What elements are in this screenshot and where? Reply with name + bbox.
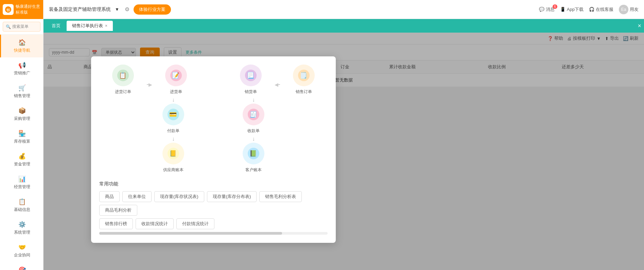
system-icon: ⚙️ (18, 221, 26, 228)
flow-item-purchase-bill[interactable]: 📝 进货单 (152, 65, 200, 95)
tab-close-btn[interactable]: × (105, 23, 107, 28)
topbar: 装备及固定资产辅助管理系统 ▼ ⚙ 体验行业方案 💬 消息 6 📱 App下载 … (43, 0, 644, 19)
flow-item-sales-order[interactable]: 🗒️ 销售订单 (280, 65, 328, 95)
system-title-dropdown[interactable]: ▼ (115, 7, 119, 12)
sidebar-item-quick-nav[interactable]: 🏠 快捷导航 (0, 35, 43, 57)
search-menu-label: 搜索菜单 (12, 24, 29, 30)
flow-row-3: 📒 供应商账本 📗 客户账本 (99, 143, 328, 173)
svg-text:📋: 📋 (119, 72, 127, 79)
app-download-btn[interactable]: 📱 App下载 (560, 6, 584, 13)
flow-modal: 📋 进货订单 ▶ (91, 56, 336, 243)
customer-ledger-icon: 📗 (243, 143, 264, 164)
sidebar-item-marketing[interactable]: 📢 营销推广 (0, 57, 43, 80)
sidebar-search-area: 🔍 搜索菜单 (0, 19, 43, 35)
func-btn-sales-rank[interactable]: 销售排行榜 (99, 218, 133, 229)
sidebar-item-cooperation[interactable]: 🤝 企业协同 (0, 239, 43, 262)
receipt-label: 收款单 (247, 128, 260, 134)
func-btn-receipt-stats[interactable]: 收款情况统计 (136, 218, 174, 229)
arrow-po-pb: ▶ (147, 82, 152, 95)
cooperation-icon: 🤝 (18, 244, 26, 251)
sidebar-item-basic-info[interactable]: 📋 基础信息 (0, 194, 43, 217)
payment-label: 付款单 (167, 128, 179, 134)
svg-text:🗒️: 🗒️ (300, 72, 308, 79)
purchase-order-label: 进货订单 (115, 89, 131, 95)
arrow-so-sb: ◀ (275, 82, 280, 95)
purchase-order-icon: 📋 (112, 65, 134, 86)
flow-item-sales-bill[interactable]: 📃 销货单 (227, 65, 275, 95)
inventory-icon: 🏪 (18, 130, 26, 137)
settings-icon[interactable]: ⚙ (125, 6, 129, 13)
sidebar-item-operation[interactable]: 📊 经营管理 (0, 171, 43, 194)
tabbar: 首页 销售订单执行表 × × (43, 19, 644, 33)
modal-overlay: 📋 进货订单 ▶ (43, 33, 644, 270)
tab-home[interactable]: 首页 (46, 21, 66, 31)
sales-order-label: 销售订单 (296, 89, 312, 95)
arrow-rec-cust: ↓ (230, 135, 277, 143)
sidebar-item-sales[interactable]: 🛒 销售管理 (0, 80, 43, 103)
online-service-label: 在线客服 (596, 6, 613, 13)
customer-ledger-label: 客户账本 (245, 167, 262, 173)
supplier-ledger-icon: 📒 (162, 143, 184, 164)
tab-sales-order[interactable]: 销售订单执行表 × (67, 21, 113, 31)
sidebar-item-beginner[interactable]: 🎯 新手引导 (0, 262, 43, 270)
online-service-btn[interactable]: 🎧 在线客服 (589, 6, 613, 13)
func-btn-row-1: 商品 往来单位 现存量(库存状况表) 现存量(库存分布表) 销售毛利分析表 商品… (99, 191, 328, 216)
sales-bill-icon: 📃 (240, 65, 262, 86)
svg-text:📒: 📒 (169, 150, 177, 157)
flow-item-receipt[interactable]: 🧾 收款单 (230, 104, 277, 134)
payment-icon: 💳 (162, 104, 184, 125)
sidebar-item-label: 经营管理 (14, 184, 30, 190)
app-download-icon: 📱 (560, 7, 565, 12)
func-btn-row-2: 销售排行榜 收款情况统计 付款情况统计 (99, 218, 328, 229)
func-btn-sales-profit[interactable]: 销售毛利分析表 (259, 191, 302, 202)
flow-diagram: 📋 进货订单 ▶ (99, 65, 328, 178)
sales-icon: 🛒 (18, 84, 26, 92)
user-label: 用友 (630, 6, 639, 13)
sidebar-item-label: 基础信息 (14, 207, 30, 213)
user-menu[interactable]: Ea 用友 (619, 5, 639, 14)
experience-btn[interactable]: 体验行业方案 (134, 4, 171, 15)
func-btn-partners[interactable]: 往来单位 (122, 191, 152, 202)
flow-item-customer-ledger[interactable]: 📗 客户账本 (230, 143, 277, 173)
content-area: ❓ 帮助 🖨 按模板打印 ▼ ⬆ 导出 🔄 刷新 (43, 33, 644, 270)
sidebar-item-label: 采购管理 (14, 116, 30, 122)
func-btn-stock-status[interactable]: 现存量(库存状况表) (154, 191, 204, 202)
svg-text:畅: 畅 (6, 8, 10, 12)
receipt-icon: 🧾 (243, 104, 264, 125)
svg-text:💳: 💳 (169, 111, 177, 118)
sidebar-item-label: 快捷导航 (14, 48, 30, 53)
marketing-icon: 📢 (18, 61, 26, 69)
message-btn[interactable]: 💬 消息 6 (539, 6, 555, 13)
active-tab-label: 销售订单执行表 (72, 23, 103, 29)
topbar-right: 💬 消息 6 📱 App下载 🎧 在线客服 Ea 用友 (539, 5, 639, 14)
sidebar-item-purchase[interactable]: 📦 采购管理 (0, 103, 43, 126)
sidebar-logo: 畅 畅康通好生意 标准版 (0, 0, 43, 19)
svg-text:📃: 📃 (247, 72, 255, 79)
svg-text:🧾: 🧾 (249, 111, 257, 118)
home-tab-label: 首页 (52, 23, 60, 29)
sidebar-item-label: 企业协同 (14, 252, 30, 258)
func-btn-payment-stats[interactable]: 付款情况统计 (176, 218, 214, 229)
purchase-icon: 📦 (18, 107, 26, 114)
tabbar-close-all[interactable]: × (638, 22, 641, 30)
basic-info-icon: 📋 (18, 198, 26, 205)
sidebar-item-system[interactable]: ⚙️ 系统管理 (0, 217, 43, 239)
beginner-icon: 🎯 (18, 266, 26, 270)
message-icon: 💬 (539, 7, 544, 12)
scrollbar-thumb (99, 232, 282, 235)
flow-item-supplier-ledger[interactable]: 📒 供应商账本 (150, 143, 197, 173)
func-btn-stock-dist[interactable]: 现存量(库存分布表) (207, 191, 257, 202)
flow-item-purchase-order[interactable]: 📋 进货订单 (99, 65, 147, 95)
func-btn-goods[interactable]: 商品 (99, 191, 120, 202)
func-btn-goods-profit[interactable]: 商品毛利分析 (99, 205, 137, 216)
modal-scrollbar[interactable] (99, 232, 328, 235)
search-menu-button[interactable]: 🔍 搜索菜单 (3, 22, 40, 32)
flow-item-payment[interactable]: 💳 付款单 (150, 104, 197, 134)
sidebar-item-label: 资金管理 (14, 161, 30, 167)
logo-icon: 畅 (3, 4, 14, 15)
sidebar-item-finance[interactable]: 💰 资金管理 (0, 148, 43, 171)
sidebar-nav: 🏠 快捷导航 📢 营销推广 🛒 销售管理 📦 采购管理 🏪 库存核算 💰 (0, 35, 43, 270)
sidebar-item-inventory[interactable]: 🏪 库存核算 (0, 126, 43, 148)
svg-text:📗: 📗 (249, 150, 257, 157)
logo-text: 畅康通好生意 标准版 (16, 4, 40, 15)
